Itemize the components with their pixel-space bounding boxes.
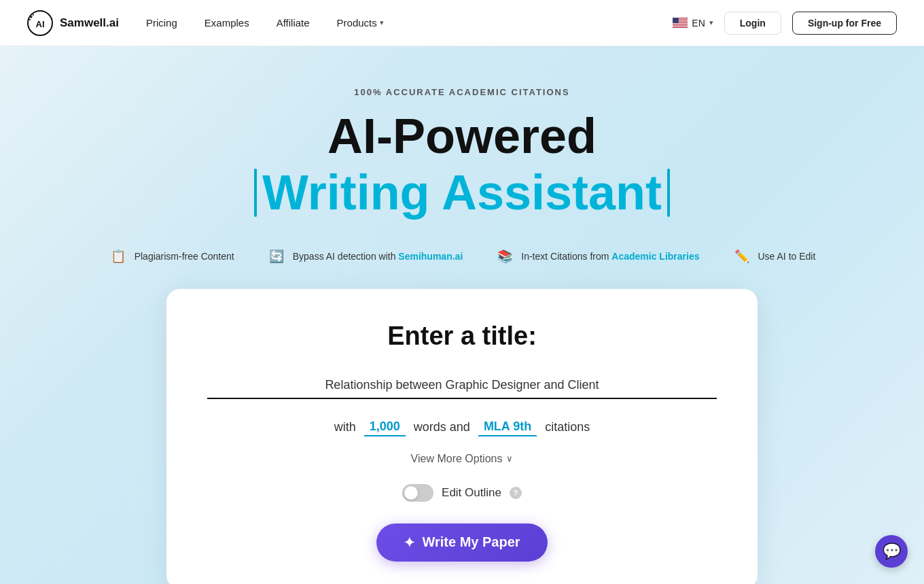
title-input-wrapper	[207, 373, 717, 399]
nav-products-dropdown[interactable]: Products ▾	[337, 17, 384, 29]
svg-rect-9	[673, 23, 688, 24]
write-btn-label: Write My Paper	[422, 534, 520, 550]
academic-libraries-link[interactable]: Academic Libraries	[611, 251, 699, 262]
feature-plagiarism-label: Plagiarism-free Content	[135, 251, 234, 262]
feature-bypass-ai-label: Bypass AI detection with Semihuman.ai	[293, 251, 463, 262]
nav-products-label: Products	[337, 17, 377, 29]
edit-outline-row: Edit Outline ?	[207, 484, 717, 502]
bypass-ai-icon: 🔄	[267, 247, 286, 266]
hero-title-line2: Writing Assistant	[254, 163, 670, 222]
lang-chevron-icon: ▾	[709, 18, 713, 27]
feature-bypass-ai: 🔄 Bypass AI detection with Semihuman.ai	[267, 247, 463, 266]
svg-point-3	[29, 19, 31, 20]
citation-suffix: citations	[545, 420, 590, 434]
logo-text: Samwell.ai	[60, 16, 119, 30]
view-more-row: View More Options ∨	[207, 453, 717, 465]
svg-point-4	[33, 14, 34, 16]
edit-outline-label: Edit Outline	[442, 486, 501, 500]
language-selector[interactable]: EN ▾	[673, 18, 713, 29]
hero-subtitle: 100% ACCURATE ACADEMIC CITATIONS	[0, 87, 924, 97]
help-icon[interactable]: ?	[510, 487, 522, 499]
title-input[interactable]	[207, 373, 717, 398]
semihuman-link[interactable]: Semihuman.ai	[398, 251, 463, 262]
words-value[interactable]: 1,000	[364, 418, 406, 436]
toggle-knob	[404, 486, 418, 500]
hero-title: AI-Powered Writing Assistant	[0, 109, 924, 222]
svg-rect-10	[673, 24, 688, 25]
svg-rect-12	[673, 18, 679, 23]
view-more-chevron-icon: ∨	[506, 453, 513, 464]
main-card: Enter a title: with 1,000 words and MLA …	[166, 289, 758, 584]
words-suffix: words and	[414, 420, 470, 434]
feature-ai-edit: ✏️ Use AI to Edit	[732, 247, 816, 266]
ai-edit-icon: ✏️	[732, 247, 751, 266]
logo[interactable]: AI Samwell.ai	[27, 10, 119, 36]
svg-text:AI: AI	[36, 19, 45, 29]
card-container: Enter a title: with 1,000 words and MLA …	[0, 282, 924, 584]
feature-plagiarism: 📋 Plagiarism-free Content	[109, 247, 234, 266]
options-row: with 1,000 words and MLA 9th citations	[207, 418, 717, 436]
navbar: AI Samwell.ai Pricing Examples Affiliate…	[0, 0, 924, 46]
nav-right: EN ▾ Login Sign-up for Free	[673, 12, 897, 35]
card-title: Enter a title:	[207, 322, 717, 351]
hero-section: 100% ACCURATE ACADEMIC CITATIONS AI-Powe…	[0, 46, 924, 222]
feature-citations: 📚 In-text Citations from Academic Librar…	[495, 247, 699, 266]
chat-bubble-button[interactable]: 💬	[875, 535, 908, 568]
words-label: with	[334, 420, 356, 434]
edit-outline-toggle[interactable]	[402, 484, 433, 502]
write-paper-button[interactable]: ✦ Write My Paper	[376, 523, 547, 562]
feature-citations-label: In-text Citations from Academic Librarie…	[521, 251, 699, 262]
flag-icon	[673, 18, 688, 28]
star-icon: ✦	[404, 534, 415, 551]
view-more-label: View More Options	[411, 453, 503, 465]
signup-button[interactable]: Sign-up for Free	[792, 12, 897, 35]
chevron-down-icon: ▾	[380, 18, 384, 27]
view-more-button[interactable]: View More Options ∨	[411, 453, 514, 465]
nav-left: AI Samwell.ai Pricing Examples Affiliate…	[27, 10, 384, 36]
features-row: 📋 Plagiarism-free Content 🔄 Bypass AI de…	[0, 247, 924, 266]
nav-examples[interactable]: Examples	[205, 17, 249, 29]
feature-ai-edit-label: Use AI to Edit	[758, 251, 816, 262]
chat-icon: 💬	[883, 543, 901, 560]
svg-rect-11	[673, 27, 688, 27]
nav-affiliate[interactable]: Affiliate	[277, 17, 310, 29]
write-btn-row: ✦ Write My Paper	[207, 523, 717, 562]
language-label: EN	[692, 18, 705, 29]
hero-title-line1: AI-Powered	[0, 109, 924, 163]
svg-point-2	[31, 16, 33, 18]
citations-icon: 📚	[495, 247, 514, 266]
plagiarism-icon: 📋	[109, 247, 128, 266]
login-button[interactable]: Login	[724, 12, 781, 35]
citation-value[interactable]: MLA 9th	[478, 418, 537, 436]
logo-icon: AI	[27, 10, 53, 36]
nav-pricing[interactable]: Pricing	[146, 17, 177, 29]
